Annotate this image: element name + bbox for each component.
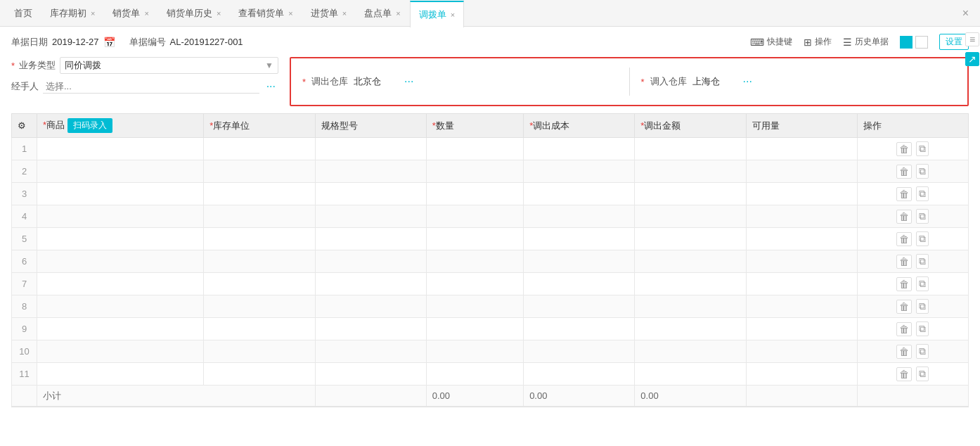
avail-cell[interactable] — [746, 340, 857, 363]
calendar-icon[interactable]: 📅 — [103, 37, 115, 48]
qty-cell[interactable] — [426, 295, 523, 318]
table-header-gear[interactable]: ⚙ — [12, 114, 37, 138]
copy-icon[interactable]: ⧉ — [916, 254, 929, 269]
tab-close-sales-history[interactable]: × — [217, 9, 221, 18]
product-cell[interactable] — [37, 340, 204, 363]
avail-cell[interactable] — [746, 228, 857, 250]
product-cell[interactable] — [37, 250, 204, 273]
tab-purchase[interactable]: 进货单 × — [302, 0, 356, 27]
qty-cell[interactable] — [426, 205, 523, 228]
warehouse-in-more-btn[interactable]: ··· — [740, 75, 755, 88]
qty-cell[interactable] — [426, 273, 523, 295]
delete-icon[interactable]: 🗑 — [896, 255, 912, 269]
qty-cell[interactable] — [426, 250, 523, 273]
amount-cell[interactable] — [635, 138, 746, 160]
spec-cell[interactable] — [315, 228, 426, 250]
warehouse-out-value[interactable]: 北京仓 — [354, 75, 396, 88]
product-cell[interactable] — [37, 295, 204, 318]
qty-cell[interactable] — [426, 363, 523, 386]
history-btn[interactable]: ☰ 历史单据 — [843, 36, 889, 48]
delete-icon[interactable]: 🗑 — [896, 367, 912, 381]
cost-cell[interactable] — [524, 250, 635, 273]
delete-icon[interactable]: 🗑 — [896, 187, 912, 201]
copy-icon[interactable]: ⧉ — [916, 299, 929, 314]
copy-icon[interactable]: ⧉ — [916, 164, 929, 179]
tab-transfer[interactable]: 调拨单 × — [410, 1, 464, 27]
cost-cell[interactable] — [524, 228, 635, 250]
amount-cell[interactable] — [635, 205, 746, 228]
amount-cell[interactable] — [635, 295, 746, 318]
copy-icon[interactable]: ⧉ — [916, 186, 929, 201]
copy-icon[interactable]: ⧉ — [916, 344, 929, 359]
unit-cell[interactable] — [204, 273, 315, 295]
amount-cell[interactable] — [635, 340, 746, 363]
spec-cell[interactable] — [315, 340, 426, 363]
spec-cell[interactable] — [315, 273, 426, 295]
warehouse-out-more-btn[interactable]: ··· — [401, 75, 416, 88]
avail-cell[interactable] — [746, 295, 857, 318]
delete-icon[interactable]: 🗑 — [896, 142, 912, 156]
tab-close-inventory-init[interactable]: × — [91, 9, 95, 18]
date-value[interactable]: 2019-12-27 — [52, 37, 99, 47]
delete-icon[interactable]: 🗑 — [896, 277, 912, 291]
product-cell[interactable] — [37, 318, 204, 340]
tab-close-view-sales[interactable]: × — [288, 9, 292, 18]
avail-cell[interactable] — [746, 205, 857, 228]
qty-cell[interactable] — [426, 138, 523, 160]
cost-cell[interactable] — [524, 363, 635, 386]
operations-btn[interactable]: ⊞ 操作 — [804, 36, 832, 48]
cost-cell[interactable] — [524, 160, 635, 183]
spec-cell[interactable] — [315, 295, 426, 318]
product-cell[interactable] — [37, 228, 204, 250]
qty-cell[interactable] — [426, 340, 523, 363]
spec-cell[interactable] — [315, 318, 426, 340]
tab-close-stocktake[interactable]: × — [396, 9, 400, 18]
layout-list-btn[interactable] — [900, 36, 913, 49]
close-all-tabs[interactable]: × — [957, 7, 974, 20]
delete-icon[interactable]: 🗑 — [896, 165, 912, 179]
unit-cell[interactable] — [204, 250, 315, 273]
avail-cell[interactable] — [746, 160, 857, 183]
product-cell[interactable] — [37, 183, 204, 205]
qty-cell[interactable] — [426, 160, 523, 183]
tab-stocktake[interactable]: 盘点单 × — [356, 0, 409, 27]
unit-cell[interactable] — [204, 295, 315, 318]
copy-icon[interactable]: ⧉ — [916, 276, 929, 291]
copy-icon[interactable]: ⧉ — [916, 231, 929, 246]
tab-view-sales[interactable]: 查看销货单 × — [230, 0, 302, 27]
avail-cell[interactable] — [746, 183, 857, 205]
unit-cell[interactable] — [204, 318, 315, 340]
avail-cell[interactable] — [746, 273, 857, 295]
spec-cell[interactable] — [315, 183, 426, 205]
product-cell[interactable] — [37, 273, 204, 295]
unit-cell[interactable] — [204, 205, 315, 228]
unit-cell[interactable] — [204, 228, 315, 250]
amount-cell[interactable] — [635, 318, 746, 340]
spec-cell[interactable] — [315, 138, 426, 160]
tab-close-transfer[interactable]: × — [451, 11, 455, 19]
cost-cell[interactable] — [524, 295, 635, 318]
cost-cell[interactable] — [524, 205, 635, 228]
unit-cell[interactable] — [204, 340, 315, 363]
cost-cell[interactable] — [524, 273, 635, 295]
cost-cell[interactable] — [524, 138, 635, 160]
amount-cell[interactable] — [635, 160, 746, 183]
spec-cell[interactable] — [315, 205, 426, 228]
product-cell[interactable] — [37, 160, 204, 183]
delete-icon[interactable]: 🗑 — [896, 322, 912, 336]
spec-cell[interactable] — [315, 363, 426, 386]
qty-cell[interactable] — [426, 318, 523, 340]
tab-sales-history[interactable]: 销货单历史 × — [158, 0, 230, 27]
amount-cell[interactable] — [635, 183, 746, 205]
product-cell[interactable] — [37, 138, 204, 160]
scan-entry-btn[interactable]: 扫码录入 — [67, 118, 112, 133]
tab-close-sales-order[interactable]: × — [144, 9, 148, 18]
unit-cell[interactable] — [204, 363, 315, 386]
tab-close-purchase[interactable]: × — [342, 9, 347, 18]
tab-inventory-init[interactable]: 库存期初 × — [41, 0, 104, 27]
delete-icon[interactable]: 🗑 — [896, 345, 912, 359]
tab-home[interactable]: 首页 — [6, 0, 41, 27]
warehouse-in-value[interactable]: 上海仓 — [692, 75, 735, 88]
amount-cell[interactable] — [635, 363, 746, 386]
unit-cell[interactable] — [204, 183, 315, 205]
